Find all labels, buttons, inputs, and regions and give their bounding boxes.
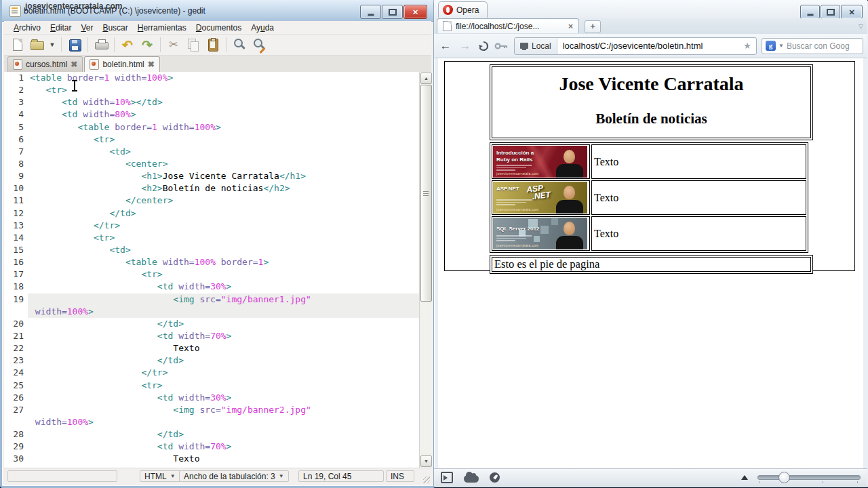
code-line-8[interactable]: 8 <center> — [4, 158, 419, 170]
tab-close-icon[interactable]: ✖ — [71, 60, 77, 68]
menu-editar[interactable]: Editar — [45, 22, 76, 34]
code-line-27[interactable]: 27 <img src="img/banner2.jpg" — [4, 404, 419, 416]
print-icon[interactable] — [92, 36, 110, 54]
editor-scrollbar[interactable]: ▲ ▼ — [419, 72, 431, 468]
reload-button[interactable] — [477, 40, 490, 52]
key-icon[interactable] — [494, 41, 509, 51]
code-line-4[interactable]: 4 <td width=80%> — [4, 108, 419, 121]
redo-icon[interactable]: ↷ — [138, 36, 156, 54]
address-bar[interactable]: Local localhost/C:/josevicente/boletin.h… — [514, 37, 757, 55]
gedit-minimize-button[interactable] — [360, 5, 381, 19]
menu-buscar[interactable]: Buscar — [98, 22, 132, 34]
save-icon[interactable] — [66, 36, 83, 54]
code-line-25[interactable]: 25 <tr> — [4, 380, 419, 392]
gedit-close-button[interactable]: ✕ — [403, 5, 427, 19]
scrollbar-thumb[interactable] — [420, 85, 432, 302]
scroll-up-icon[interactable]: ▲ — [420, 73, 432, 84]
code-line-3[interactable]: 3 <td width=10%></td> — [4, 96, 419, 108]
find-and-replace-icon[interactable] — [250, 36, 268, 54]
code-line-22[interactable]: 22 Texto — [4, 342, 419, 354]
search-field[interactable]: g ▼ Buscar con Goog — [762, 38, 863, 54]
undo-icon[interactable]: ↶ — [119, 36, 136, 54]
opera-link-cloud-icon[interactable] — [464, 475, 479, 483]
code-line-17[interactable]: 17 <tr> — [4, 268, 419, 281]
code-line-21[interactable]: 21 <td width=70%> — [4, 330, 419, 342]
editor-tab-cursos.html[interactable]: cursos.html✖ — [7, 56, 83, 72]
code-line-5[interactable]: 5 <table border=1 width=100%> — [4, 121, 419, 134]
paste-icon[interactable] — [204, 36, 222, 54]
tab-list-chevron-icon[interactable]: ▽ — [859, 23, 863, 30]
code-editor[interactable]: 1<table border=1 width=100%>2 <tr>3 <td … — [4, 72, 419, 468]
open-icon[interactable] — [28, 36, 45, 54]
language-dropdown[interactable]: HTML▼ — [140, 470, 180, 482]
opera-maximize-button[interactable] — [821, 5, 840, 19]
tab-width-dropdown[interactable]: Ancho de la tabulación: 3▼ — [179, 470, 289, 482]
rendered-header-table: Jose Vicente Carratala Boletín de notici… — [490, 64, 813, 140]
code-line-16[interactable]: 16 <table width=100% border=1> — [4, 256, 419, 268]
local-badge[interactable]: Local — [515, 38, 557, 54]
code-line-wrap[interactable]: width=100%> — [4, 416, 419, 428]
opera-minimize-button[interactable] — [800, 5, 820, 19]
menu-ver[interactable]: Ver — [76, 22, 98, 34]
code-line-14[interactable]: 14 <tr> — [4, 232, 419, 244]
panels-toggle-icon[interactable] — [441, 472, 453, 483]
menu-herramientas[interactable]: Herramientas — [133, 22, 191, 34]
chevron-down-icon[interactable]: ▼ — [778, 43, 784, 49]
menu-ayuda[interactable]: Ayuda — [246, 22, 279, 34]
resize-grip[interactable] — [423, 476, 430, 483]
zoom-slider-handle[interactable] — [778, 472, 790, 483]
bookmark-star-icon[interactable]: ★ — [738, 41, 756, 51]
back-button[interactable]: ← — [438, 39, 453, 53]
find-icon[interactable] — [231, 36, 248, 54]
opera-active-tab[interactable]: file://localhost/C:/jose... × — [437, 18, 579, 33]
menu-archivo[interactable]: Archivo — [9, 22, 45, 34]
google-icon[interactable]: g — [766, 41, 776, 51]
code-line-24[interactable]: 24 </tr> — [4, 367, 419, 379]
news-row: SQL Server 2012josevicentecarratala.comT… — [492, 216, 806, 251]
toolbar-separator — [87, 37, 88, 52]
new-tab-button[interactable]: + — [585, 20, 601, 33]
news-text-cell: Texto — [591, 216, 806, 251]
forward-button[interactable]: → — [458, 39, 473, 53]
code-line-20[interactable]: 20 </td> — [4, 318, 419, 330]
news-text-cell: Texto — [591, 180, 806, 215]
gedit-toolbar: ▼↶↷✂ — [4, 35, 431, 56]
gedit-maximize-button[interactable] — [382, 5, 403, 19]
code-line-15[interactable]: 15 <td> — [4, 244, 419, 256]
code-line-wrap[interactable]: width=100%> — [4, 306, 419, 318]
code-line-2[interactable]: 2 <tr> — [4, 84, 419, 96]
code-line-19[interactable]: 19 <img src="img/banner1.jpg" — [4, 293, 419, 306]
code-line-23[interactable]: 23 </td> — [4, 354, 419, 367]
open-more-icon[interactable]: ▼ — [47, 36, 57, 54]
new-document-icon[interactable] — [8, 36, 26, 54]
code-line-11[interactable]: 11 </center> — [4, 195, 419, 207]
editor-tab-boletin.html[interactable]: boletin.html✖ — [84, 56, 159, 72]
cut-icon[interactable]: ✂ — [165, 36, 182, 54]
opera-menu-label: Opera — [456, 5, 479, 15]
scroll-down-icon[interactable]: ▼ — [420, 455, 432, 467]
code-line-29[interactable]: 29 <td width=70%> — [4, 441, 419, 453]
opera-menu-button[interactable]: Opera — [438, 1, 488, 18]
copy-icon[interactable] — [184, 36, 202, 54]
gedit-titlebar[interactable]: boletin.html (BOOTCAMP (C:) \josevicente… — [2, 0, 433, 22]
code-line-12[interactable]: 12 </td> — [4, 207, 419, 220]
desktop: boletin.html (BOOTCAMP (C:) \josevicente… — [0, 0, 868, 488]
zoom-slider[interactable] — [757, 475, 861, 480]
tab-close-icon[interactable]: × — [568, 22, 573, 30]
code-line-28[interactable]: 28 </td> — [4, 428, 419, 441]
menu-documentos[interactable]: Documentos — [191, 22, 246, 34]
code-line-26[interactable]: 26 <td width=30%> — [4, 392, 419, 404]
code-line-13[interactable]: 13 </tr> — [4, 220, 419, 232]
collapse-arrow-icon[interactable] — [741, 475, 748, 480]
code-line-30[interactable]: 30 Texto — [4, 453, 419, 465]
code-line-6[interactable]: 6 <tr> — [4, 134, 419, 146]
opera-turbo-icon[interactable] — [490, 472, 500, 483]
tab-close-icon[interactable]: ✖ — [148, 60, 155, 68]
url-text[interactable]: localhost/C:/josevicente/boletin.html — [557, 41, 739, 51]
code-line-18[interactable]: 18 <td width=30%> — [4, 281, 419, 293]
code-line-9[interactable]: 9 <h1>Jose Vicente Carratala</h1> — [4, 170, 419, 182]
opera-close-button[interactable]: ✕ — [841, 5, 863, 19]
code-line-10[interactable]: 10 <h2>Boletín de noticias</h2> — [4, 182, 419, 195]
code-line-7[interactable]: 7 <td> — [4, 146, 419, 158]
code-line-1[interactable]: 1<table border=1 width=100%> — [4, 72, 419, 84]
